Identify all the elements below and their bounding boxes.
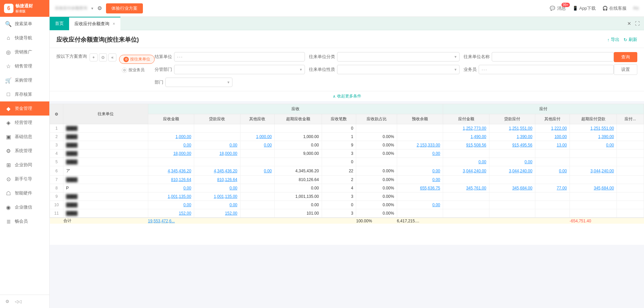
filter-fields-area: 结算单位 ··· 往来单位分类 ▾ 往来单位名称 [155, 52, 614, 87]
sidebar-settings-icon[interactable]: ⚙ [5, 299, 9, 304]
unit-category-label: 往来单位分类 [309, 54, 335, 60]
summary-ar-amount[interactable]: 19,553,472,6... [148, 218, 194, 224]
sidebar-item-label: 采购管理 [15, 77, 32, 83]
promo-button[interactable]: 体验行业方案 [106, 3, 143, 13]
sidebar-item-sales[interactable]: ☆ 销售管理 [0, 59, 49, 73]
online-service[interactable]: 🎧 在线客服 [602, 5, 627, 11]
settlement-unit-input[interactable]: ··· [174, 52, 305, 61]
add-filter-button[interactable]: + [90, 53, 98, 61]
app-download[interactable]: 📱 App下载 [573, 5, 596, 11]
refresh-button[interactable]: ↻ 刷新 [624, 37, 637, 43]
table-row: 2████1,000.001,000.001,000.0010.00%1,490… [50, 133, 644, 141]
sidebar-item-marketing[interactable]: ◎ 营销推广 [0, 45, 49, 59]
export-button[interactable]: ↑ 导出 [607, 37, 620, 43]
filter-settings-icon[interactable]: ⊙ [99, 53, 107, 61]
settlement-unit-label: 结算单位 [155, 54, 172, 60]
topbar-settings-icon[interactable]: ⚙ [97, 5, 102, 11]
tab-ar-ap[interactable]: 应收应付余额查询 × [69, 17, 120, 30]
salesman-label: 业务员 [464, 67, 477, 73]
sidebar-item-label: 智能硬件 [15, 190, 32, 196]
filter-by-unit-icon: ⚙ [123, 57, 129, 62]
enterprise-icon: ⊞ [5, 162, 11, 168]
sidebar-item-label: 库存核算 [15, 91, 32, 97]
sidebar-item-purchase[interactable]: 🛒 采购管理 [0, 73, 49, 87]
basic-icon: ▣ [5, 134, 11, 140]
chevron-down-icon: ▾ [227, 80, 229, 85]
online-service-label: 在线客服 [609, 5, 627, 11]
sidebar-item-hardware[interactable]: ☖ 智能硬件 [0, 186, 49, 200]
summary-row: 合计 19,553,472,6... 100.00% 6,417,215....… [50, 218, 644, 224]
unit-column-header: 往来单位 [63, 104, 148, 124]
messages-badge: 99+ [561, 3, 570, 7]
table-row: 11████152.00152.00101.0030.00% [50, 209, 644, 218]
ap-group-header: 应付 [443, 104, 644, 114]
tab-home-label: 首页 [55, 20, 64, 27]
filter-by-staff[interactable]: ⊙ 按业务员 [119, 66, 155, 74]
sidebar-item-label: 销售管理 [15, 63, 32, 69]
unit-category-input[interactable]: ▾ [337, 52, 459, 61]
sidebar-bottom: ⚙ ◁◁ [0, 295, 49, 308]
sidebar-item-member[interactable]: ≣ 畅会员 [0, 214, 49, 228]
table-row: 1████01,252,773.001,251,551.001,222.001,… [50, 124, 644, 133]
tab-home[interactable]: 首页 [50, 17, 69, 30]
unit-nature-input[interactable]: ▾ [337, 65, 459, 74]
sidebar-item-enterprise[interactable]: ⊞ 企业协同 [0, 158, 49, 172]
user-name: Rit [633, 6, 639, 11]
dept-input[interactable]: ▾ [165, 78, 232, 87]
maximize-window-icon[interactable]: ⛶ [635, 21, 640, 26]
tab-close-icon[interactable]: × [113, 21, 115, 26]
field-unit-nature: 往来单位性质 ▾ [309, 65, 459, 74]
finance-icon: ◆ [5, 105, 11, 112]
search-icon: 🔍 [5, 21, 11, 27]
unit-name-input[interactable] [492, 52, 614, 61]
collapse-row[interactable]: ∧ 收起更多条件 [50, 91, 644, 101]
query-buttons: 查询 设置 [614, 52, 637, 87]
ar-amount-header: 应收金额 [148, 114, 194, 124]
logo-icon: 6 [4, 4, 13, 13]
sidebar-item-label: 系统管理 [15, 148, 32, 154]
ar-group-header: 应收 [148, 104, 443, 114]
sidebar-item-quick[interactable]: ⌂ 快捷导航 [0, 31, 49, 45]
filter-row-1: 结算单位 ··· 往来单位分类 ▾ 往来单位名称 [155, 52, 614, 61]
sidebar-item-label: 新手引导 [15, 176, 32, 182]
table-wrapper[interactable]: ⚙ 往来单位 应收 应付 应收金额 贷款应收 其他应收 超期应收金额 应收笔数 … [50, 104, 644, 245]
sidebar-item-inventory[interactable]: □ 库存核算 [0, 87, 49, 101]
close-window-icon[interactable]: ✕ [627, 21, 632, 26]
topbar: 应收应付余额查询 ▾ ⚙ 体验行业方案 💬 消息 99+ 📱 App下载 🎧 在… [50, 0, 644, 17]
field-unit-category: 往来单位分类 ▾ [309, 52, 459, 61]
system-icon: ⚙ [5, 148, 11, 154]
sidebar-item-operation[interactable]: ◈ 经营管理 [0, 116, 49, 130]
chevron-down-icon: ▾ [454, 67, 457, 72]
messages-wrap[interactable]: 💬 消息 99+ [550, 5, 566, 11]
filter-by-unit[interactable]: ⚙ 按往来单位 [119, 55, 155, 64]
sidebar-item-system[interactable]: ⚙ 系统管理 [0, 144, 49, 158]
loan-ar-header: 贷款应收 [194, 114, 240, 124]
app-name: 畅捷通财 [15, 3, 33, 9]
sidebar-collapse-icon[interactable]: ◁◁ [15, 299, 21, 304]
table-row: 6ア4,345,436.204,345,436.200.004,345,436.… [50, 166, 644, 176]
topbar-chevron-icon: ▾ [91, 6, 93, 11]
sidebar-item-finance[interactable]: ◆ 资金管理 [0, 101, 49, 116]
table-row: 5████00.000.00 [50, 158, 644, 166]
operation-icon: ◈ [5, 120, 11, 126]
sidebar-item-wechat[interactable]: ◉ 企业微信 [0, 200, 49, 214]
field-settlement-unit: 结算单位 ··· [155, 52, 305, 61]
dept-manage-input[interactable]: ▾ [174, 65, 305, 74]
sidebar-item-label: 畅会员 [15, 218, 28, 224]
table-row: 7████810,126.64810,126.64810,126.6420.00… [50, 176, 644, 184]
table-footer: 合计 19,553,472,6... 100.00% 6,417,215....… [50, 218, 644, 224]
filter-collapse-icon[interactable]: « [108, 53, 116, 61]
table-settings-gear-icon[interactable]: ⚙ [55, 112, 58, 117]
field-dept: 部门 ▾ [155, 78, 232, 87]
salesman-input[interactable]: ··· [479, 65, 614, 74]
ap-amount-header: 应付金额 [443, 114, 489, 124]
filter-section: 按以下方案查询 + ⊙ « ⚙ 按往来单位 ⊙ 按业务员 [50, 48, 644, 91]
sidebar-item-guide[interactable]: ⊙ 新手引导 [0, 172, 49, 186]
sidebar-item-basic[interactable]: ▣ 基础信息 [0, 130, 49, 144]
sidebar-item-search[interactable]: 🔍 搜索菜单 [0, 17, 49, 31]
sidebar-item-label: 企业协同 [15, 162, 32, 168]
query-button[interactable]: 查询 [614, 52, 637, 62]
unit-name-label: 往来单位名称 [464, 54, 490, 60]
settings-button[interactable]: 设置 [614, 64, 637, 75]
topbar-right: 💬 消息 99+ 📱 App下载 🎧 在线客服 Rit [550, 5, 639, 11]
